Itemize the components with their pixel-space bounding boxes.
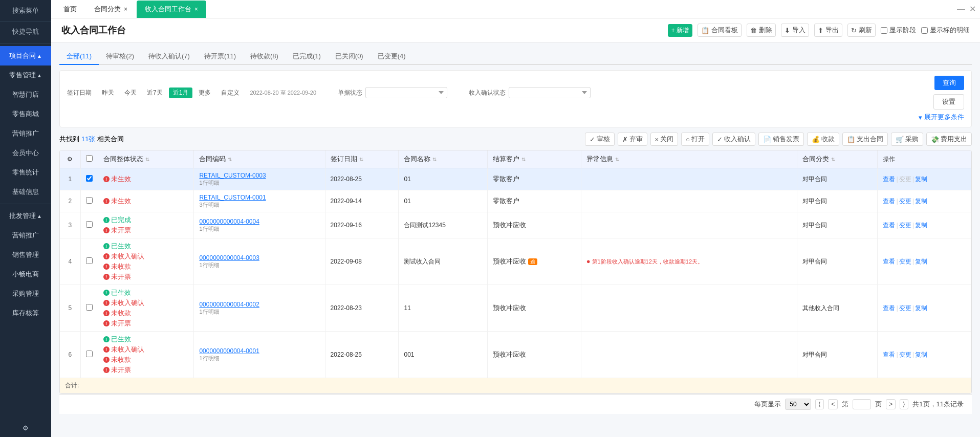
contract-code-link-1[interactable]: RETAIL_CUSTOM-0001	[199, 194, 266, 201]
page-input[interactable]: 1	[853, 399, 871, 409]
tab-contract-category[interactable]: 合同分类×	[86, 1, 136, 18]
action-btn-查看-3[interactable]: 查看	[883, 258, 895, 265]
date-btn-today[interactable]: 今天	[120, 88, 141, 98]
toolbar-btn-expense_out[interactable]: 📋支出合同	[842, 133, 888, 146]
th-settings[interactable]: ⚙	[60, 150, 80, 168]
action-btn-变更-1[interactable]: 变更	[899, 198, 911, 205]
filter-tab-pending_collect[interactable]: 待收款(8)	[243, 49, 286, 65]
action-btn-变更-5[interactable]: 变更	[899, 351, 911, 358]
income-confirm-select[interactable]	[509, 87, 591, 98]
sort-icon-status[interactable]: ⇅	[145, 157, 149, 162]
th-checkbox[interactable]	[80, 150, 98, 168]
action-btn-查看-1[interactable]: 查看	[883, 198, 895, 205]
sidebar-item-smart-store[interactable]: 智慧门店	[0, 85, 51, 104]
action-btn-复制-5[interactable]: 复制	[915, 351, 927, 358]
sidebar-item-project[interactable]: 项目合同▲	[0, 46, 51, 65]
filter-tab-closed[interactable]: 已关闭(0)	[328, 49, 371, 65]
filter-tab-changed[interactable]: 已变更(4)	[371, 49, 413, 65]
import-button[interactable]: ⬇ 导入	[781, 24, 809, 37]
expand-conditions-btn[interactable]: ▾ 展开更多条件	[919, 113, 964, 122]
tab-close-contract-category[interactable]: ×	[124, 6, 127, 13]
row-checkbox-1[interactable]	[80, 190, 98, 212]
toolbar-btn-purchase[interactable]: 🛒采购	[891, 133, 923, 146]
doc-status-select[interactable]	[365, 87, 447, 98]
action-btn-查看-0[interactable]: 查看	[883, 176, 895, 183]
sidebar-settings[interactable]: ⚙	[0, 419, 51, 437]
sidebar-item-purchase-mgmt[interactable]: 采购管理	[0, 284, 51, 303]
contract-code-link-5[interactable]: 0000000000004-0001	[199, 347, 259, 355]
prev-page-btn[interactable]: <	[828, 399, 838, 409]
contract-code-link-3[interactable]: 0000000000004-0003	[199, 254, 259, 261]
row-checkbox-0[interactable]	[80, 168, 98, 190]
filter-tab-pending_review[interactable]: 待审核(2)	[99, 49, 141, 65]
toolbar-btn-review[interactable]: ✓审核	[585, 133, 615, 146]
window-close[interactable]: ✕	[969, 4, 976, 14]
filter-tab-all[interactable]: 全部(11)	[59, 49, 99, 65]
query-button[interactable]: 查询	[934, 76, 964, 90]
toolbar-btn-income_confirm[interactable]: ✓收入确认	[712, 133, 755, 146]
toolbar-btn-expense_pay[interactable]: 💸费用支出	[926, 133, 972, 146]
action-btn-复制-0[interactable]: 复制	[915, 176, 927, 183]
contract-code-link-2[interactable]: 0000000000004-0004	[199, 218, 259, 225]
action-btn-变更-3[interactable]: 变更	[899, 258, 911, 265]
sidebar-item-member[interactable]: 会员中心	[0, 143, 51, 163]
date-btn-last7[interactable]: 近7天	[143, 88, 167, 98]
sort-icon-code[interactable]: ⇅	[228, 157, 232, 162]
action-btn-查看-2[interactable]: 查看	[883, 222, 895, 229]
filter-tab-pending_invoice[interactable]: 待开票(11)	[197, 49, 243, 65]
sidebar-quick-nav[interactable]: 快捷导航	[0, 23, 51, 40]
window-minimize[interactable]: —	[957, 5, 965, 14]
show-details-label[interactable]: 显示标的明细	[921, 26, 970, 35]
date-btn-yesterday[interactable]: 昨天	[98, 88, 118, 98]
export-button[interactable]: ⬆ 导出	[814, 24, 842, 37]
contract-code-link-4[interactable]: 0000000000004-0002	[199, 301, 259, 308]
sort-icon-name[interactable]: ⇅	[432, 157, 437, 162]
toolbar-btn-close[interactable]: ×关闭	[650, 133, 679, 146]
next-page-btn[interactable]: >	[886, 399, 896, 409]
action-btn-复制-4[interactable]: 复制	[915, 304, 927, 312]
sidebar-item-retail-stats[interactable]: 零售统计	[0, 163, 51, 182]
first-page-btn[interactable]: ⟨	[815, 399, 824, 409]
checkbox-3[interactable]	[86, 257, 93, 264]
tab-income-workbench[interactable]: 收入合同工作台×	[137, 1, 206, 18]
date-btn-more[interactable]: 更多	[194, 88, 215, 98]
row-checkbox-3[interactable]	[80, 238, 98, 285]
checkbox-1[interactable]	[86, 197, 93, 204]
toolbar-btn-sales_invoice[interactable]: 📄销售发票	[758, 133, 804, 146]
date-btn-last1month[interactable]: 近1月	[169, 88, 193, 98]
row-checkbox-2[interactable]	[80, 212, 98, 238]
per-page-select[interactable]: 102050100	[785, 399, 811, 410]
sidebar-item-marketing2[interactable]: 营销推广	[0, 226, 51, 245]
sort-icon-customer[interactable]: ⇅	[521, 157, 526, 162]
sidebar-item-wholesale-mgmt[interactable]: 批发管理▲	[0, 206, 51, 226]
action-btn-变更-2[interactable]: 变更	[899, 222, 911, 229]
sidebar-item-inventory[interactable]: 库存核算	[0, 303, 51, 323]
select-all-checkbox[interactable]	[86, 155, 93, 162]
tab-home[interactable]: 首页	[55, 1, 85, 18]
contract-board-button[interactable]: 📋 合同看板	[698, 24, 742, 37]
filter-tab-completed[interactable]: 已完成(1)	[286, 49, 328, 65]
show-stages-checkbox[interactable]	[881, 27, 887, 34]
action-btn-复制-1[interactable]: 复制	[915, 198, 927, 205]
date-btn-custom[interactable]: 自定义	[217, 88, 244, 98]
sidebar-item-basic-info[interactable]: 基础信息	[0, 182, 51, 202]
action-btn-复制-3[interactable]: 复制	[915, 258, 927, 265]
new-button[interactable]: + 新增	[668, 24, 692, 37]
sort-icon-date[interactable]: ⇅	[359, 157, 363, 162]
action-btn-查看-4[interactable]: 查看	[883, 304, 895, 312]
checkbox-0[interactable]	[86, 175, 93, 182]
sort-icon-category[interactable]: ⇅	[831, 157, 835, 162]
set-button[interactable]: 设置	[933, 94, 964, 110]
action-btn-变更-4[interactable]: 变更	[899, 304, 911, 312]
action-btn-复制-2[interactable]: 复制	[915, 222, 927, 229]
sidebar-search[interactable]: 搜索菜单	[0, 0, 51, 22]
sidebar-item-retail-mgmt[interactable]: 零售管理▲	[0, 65, 51, 85]
toolbar-btn-collect[interactable]: 💰收款	[807, 133, 839, 146]
show-stages-label[interactable]: 显示阶段	[881, 26, 916, 35]
checkbox-2[interactable]	[86, 221, 93, 228]
sidebar-item-marketing[interactable]: 营销推广	[0, 124, 51, 143]
refresh-button[interactable]: ↻ 刷新	[847, 24, 876, 37]
checkbox-5[interactable]	[86, 351, 93, 357]
sidebar-item-ecommerce[interactable]: 小畅电商	[0, 265, 51, 284]
filter-tab-pending_income_confirm[interactable]: 待收入确认(7)	[141, 49, 197, 65]
